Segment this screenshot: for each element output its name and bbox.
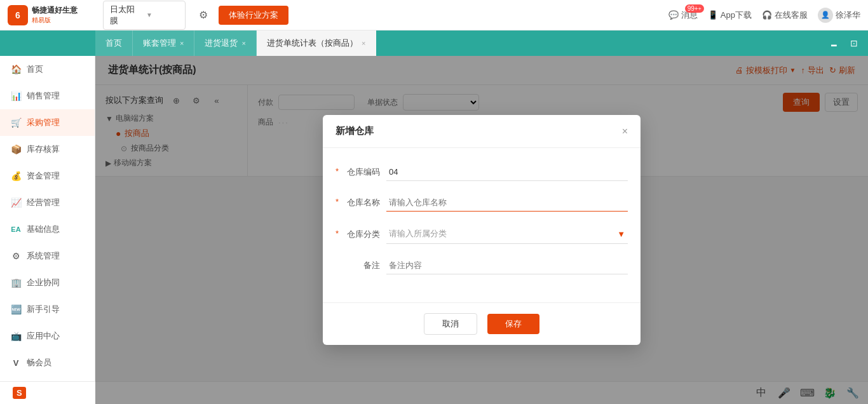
sales-icon: 📊 [10, 90, 22, 102]
tab-actions: 🗕 ⊡ [825, 34, 868, 52]
sidebar-item-inventory-label: 库存核算 [27, 144, 60, 155]
warehouse-name-row: 仓库名称 [336, 194, 628, 212]
logo-text: 畅捷通好生意 精易版 [32, 5, 78, 25]
warehouse-name-label: 仓库名称 [336, 197, 386, 208]
sidebar-item-purchase-label: 采购管理 [27, 117, 60, 128]
tab-returns[interactable]: 进货退货 × [194, 30, 256, 56]
sidebar-item-guide[interactable]: 🆕 新手引导 [0, 296, 95, 323]
tab-bar: 首页 账套管理 × 进货退货 × 进货单统计表（按商品） × 🗕 ⊡ [0, 30, 868, 56]
category-dropdown-arrow: ▼ [617, 229, 625, 239]
tab-purchase-stats-label: 进货单统计表（按商品） [267, 37, 358, 49]
save-button[interactable]: 保存 [487, 314, 539, 334]
top-nav: 6 畅捷通好生意 精易版 日太阳膜 ▼ ⚙ 体验行业方案 💬 消息 99++ 📱… [0, 0, 868, 30]
sidebar-item-guide-label: 新手引导 [27, 304, 60, 315]
appcenter-icon: 📺 [10, 330, 22, 342]
sidebar-item-enterprise[interactable]: 🏢 企业协同 [0, 269, 95, 296]
sidebar-item-appcenter[interactable]: 📺 应用中心 [0, 323, 95, 349]
sidebar-item-system[interactable]: ⚙ 系统管理 [0, 243, 95, 269]
modal-header: 新增仓库 × [323, 115, 641, 148]
sidebar-item-basic[interactable]: EA 基础信息 [0, 216, 95, 243]
tab-restore-button[interactable]: 🗕 [825, 34, 843, 52]
tab-accounts[interactable]: 账套管理 × [133, 30, 194, 56]
bottom-left: S [8, 387, 26, 399]
headset-icon: 🎧 [762, 10, 772, 20]
finance-icon: 💰 [10, 170, 22, 182]
sidebar-item-home[interactable]: 🏠 首页 [0, 56, 95, 83]
app-icon: 📱 [708, 10, 718, 20]
remark-label: 备注 [336, 260, 386, 271]
settings-gear-button[interactable]: ⚙ [193, 5, 214, 25]
main-layout: 🏠 首页 📊 销售管理 🛒 采购管理 📦 库存核算 💰 资金管理 📈 经营管理 … [0, 56, 868, 404]
sidebar-item-home-label: 首页 [27, 64, 43, 75]
modal-footer: 取消 保存 [323, 302, 641, 345]
user-nav-item[interactable]: 👤 徐泽华 [818, 8, 860, 23]
basic-icon: EA [10, 224, 22, 235]
logo-area: 6 畅捷通好生意 精易版 [8, 5, 103, 25]
modal-overlay: 新增仓库 × 仓库编码 仓库名称 仓库分类 [95, 56, 868, 404]
sidebar-item-basic-label: 基础信息 [27, 224, 60, 235]
logo-icon: 6 [8, 5, 28, 25]
tab-accounts-close-icon[interactable]: × [180, 39, 184, 47]
sidebar-item-sales-label: 销售管理 [27, 90, 60, 102]
online-service-nav-item[interactable]: 🎧 在线客服 [762, 10, 808, 21]
warehouse-code-label: 仓库编码 [336, 166, 386, 178]
gear-icon: ⚙ [199, 9, 208, 21]
warehouse-code-input[interactable] [386, 163, 628, 181]
modal-body: 仓库编码 仓库名称 仓库分类 请输入所属分类 ▼ [323, 148, 641, 302]
tab-home[interactable]: 首页 [95, 30, 133, 56]
purchase-icon: 🛒 [10, 117, 22, 128]
tab-purchase-stats[interactable]: 进货单统计表（按商品） × [257, 30, 376, 56]
warehouse-category-label: 仓库分类 [336, 229, 386, 240]
tab-home-label: 首页 [105, 37, 122, 49]
message-badge: 99++ [685, 4, 704, 13]
vip-icon: V [10, 357, 22, 368]
warehouse-category-placeholder: 请输入所属分类 [389, 228, 447, 239]
sidebar-item-sales[interactable]: 📊 销售管理 [0, 83, 95, 109]
operations-icon: 📈 [10, 197, 22, 208]
app-download-nav-item[interactable]: 📱 App下载 [708, 10, 752, 21]
tab-returns-label: 进货退货 [205, 37, 238, 49]
tab-maximize-button[interactable]: ⊡ [845, 34, 863, 52]
content-area: 进货单统计(按商品) 🖨 按模板打印 ▼ ↑ 导出 ↻ 刷新 [95, 56, 868, 404]
sidebar-item-finance[interactable]: 💰 资金管理 [0, 163, 95, 189]
sidebar-item-vip-label: 畅会员 [27, 357, 51, 368]
modal-title: 新增仓库 [336, 125, 374, 137]
sidebar-item-operations[interactable]: 📈 经营管理 [0, 189, 95, 216]
guide-icon: 🆕 [10, 304, 22, 315]
warehouse-category-select[interactable]: 请输入所属分类 ▼ [386, 224, 628, 244]
sidebar-item-system-label: 系统管理 [27, 250, 60, 262]
sidebar-item-operations-label: 经营管理 [27, 197, 60, 208]
sidebar-item-vip[interactable]: V 畅会员 [0, 349, 95, 376]
messages-nav-item[interactable]: 💬 消息 99++ [668, 10, 698, 21]
new-warehouse-modal: 新增仓库 × 仓库编码 仓库名称 仓库分类 [323, 115, 641, 345]
system-icon: ⚙ [10, 250, 22, 262]
tab-returns-close-icon[interactable]: × [241, 39, 245, 47]
home-icon: 🏠 [10, 64, 22, 75]
remark-row: 备注 [336, 257, 628, 274]
modal-close-button[interactable]: × [622, 126, 628, 137]
nav-right: 💬 消息 99++ 📱 App下载 🎧 在线客服 👤 徐泽华 [668, 8, 860, 23]
store-selector[interactable]: 日太阳膜 ▼ [103, 1, 186, 30]
brand-logo-bottom: S [13, 387, 26, 399]
sidebar-item-inventory[interactable]: 📦 库存核算 [0, 136, 95, 163]
sidebar-item-finance-label: 资金管理 [27, 170, 60, 182]
tab-accounts-label: 账套管理 [143, 37, 176, 49]
sidebar-item-enterprise-label: 企业协同 [27, 277, 60, 288]
remark-input[interactable] [386, 257, 628, 274]
store-dropdown-arrow: ▼ [146, 11, 179, 18]
warehouse-category-row: 仓库分类 请输入所属分类 ▼ [336, 224, 628, 244]
trial-button[interactable]: 体验行业方案 [219, 6, 288, 25]
cancel-button[interactable]: 取消 [424, 313, 477, 335]
sidebar-item-purchase[interactable]: 🛒 采购管理 [0, 109, 95, 136]
warehouse-name-input[interactable] [386, 194, 628, 212]
user-avatar: 👤 [818, 8, 833, 23]
message-icon: 💬 [668, 10, 679, 20]
enterprise-icon: 🏢 [10, 277, 22, 288]
sidebar-item-appcenter-label: 应用中心 [27, 330, 60, 342]
warehouse-code-row: 仓库编码 [336, 163, 628, 181]
sidebar: 🏠 首页 📊 销售管理 🛒 采购管理 📦 库存核算 💰 资金管理 📈 经营管理 … [0, 56, 95, 404]
inventory-icon: 📦 [10, 144, 22, 155]
tab-purchase-stats-close-icon[interactable]: × [362, 39, 365, 47]
